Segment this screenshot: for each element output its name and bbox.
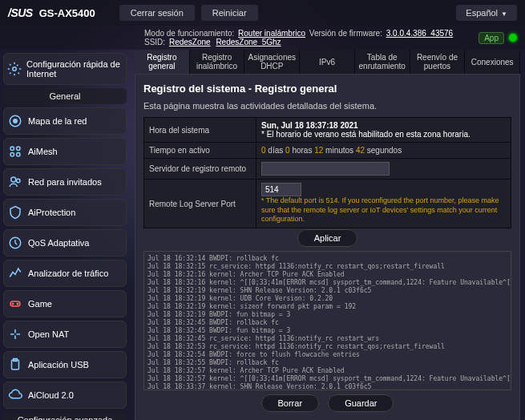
page-description: Esta página muestra las actividades deta… (143, 101, 511, 111)
sidebar-icon (7, 357, 23, 373)
sidebar-item[interactable]: Mapa de la red (3, 107, 127, 135)
svg-point-4 (17, 147, 21, 151)
main-content: Registro generalRegistro inalámbricoAsig… (130, 50, 525, 420)
sidebar-item[interactable]: Open NAT (3, 321, 127, 348)
save-button[interactable]: Guardar (328, 394, 394, 412)
sidebar-icon (7, 265, 23, 281)
sidebar-item-label: Open NAT (28, 329, 69, 339)
sidebar-item-label: AiMesh (28, 147, 58, 156)
chevron-down-icon: ▼ (501, 10, 507, 18)
sidebar-icon (7, 296, 23, 312)
tab[interactable]: Reenvío de puertos (410, 50, 466, 74)
remote-server-label: Servidor de registro remoto (144, 159, 256, 180)
systime-note: * El horario de verano está habilitado e… (261, 130, 470, 139)
sidebar-icon (7, 174, 23, 190)
sidebar-item-label: QoS Adaptativa (28, 238, 89, 248)
gear-icon (7, 61, 22, 77)
sidebar-icon (7, 204, 23, 220)
uptime-value: 0 días 0 horas 12 minutos 42 segundos (256, 143, 511, 159)
svg-point-7 (11, 177, 16, 182)
sidebar-item[interactable]: QoS Adaptativa (3, 229, 127, 256)
apply-button[interactable]: Aplicar (297, 229, 358, 247)
sidebar-item[interactable]: Game (3, 290, 127, 317)
sidebar-item-label: Analizador de tráfico (28, 269, 108, 278)
sidebar-icon (7, 387, 23, 403)
tab[interactable]: Registro inalámbrico (190, 50, 245, 74)
top-bar: /SUS GS-AX5400 Cerrar sesión Reiniciar E… (0, 0, 525, 26)
systime-label: Hora del sistema (144, 118, 256, 143)
remote-port-input[interactable] (261, 183, 301, 196)
sub-header: Modo de funcionamiento: Router inalámbri… (0, 26, 525, 50)
sidebar-item[interactable]: Analizador de tráfico (3, 260, 127, 287)
tab[interactable]: Asignaciones DHCP (244, 50, 300, 74)
firmware-link[interactable]: 3.0.0.4.386_43576 (386, 29, 453, 38)
logout-button[interactable]: Cerrar sesión (119, 5, 195, 21)
sidebar-item-label: Mapa de la red (28, 116, 87, 126)
sidebar-group-advanced: Configuración avanzada (3, 412, 127, 420)
remote-server-input[interactable] (261, 162, 390, 176)
svg-point-6 (17, 153, 21, 157)
op-mode-link[interactable]: Router inalámbrico (238, 29, 305, 38)
sidebar-item-label: Game (28, 299, 52, 309)
sidebar-icon (7, 113, 23, 129)
sidebar-item[interactable]: AiCloud 2.0 (3, 382, 127, 409)
ssid2-link[interactable]: RedesZone_5Ghz (216, 38, 281, 46)
sidebar-item[interactable]: Red para invitados (3, 168, 127, 196)
svg-point-3 (10, 147, 14, 151)
tab-bar: Registro generalRegistro inalámbricoAsig… (135, 50, 520, 74)
page-title: Registro del sistema - Registro general (143, 83, 511, 95)
settings-table: Hora del sistema Sun, Jul 18 18:37:18 20… (143, 117, 511, 228)
sidebar-icon (7, 143, 23, 160)
svg-point-12 (17, 303, 18, 305)
port-note: * The default port is 514. If you reconf… (261, 196, 506, 224)
sidebar-item-label: AiCloud 2.0 (28, 390, 74, 400)
status-led-icon (509, 34, 517, 42)
app-badge[interactable]: App (479, 32, 504, 44)
sidebar-icon (7, 326, 23, 342)
sidebar-icon (7, 235, 23, 251)
svg-point-8 (17, 179, 21, 183)
sidebar-item-label: Configuración rápida de Internet (26, 59, 123, 79)
sidebar-item[interactable]: AiProtection (3, 199, 127, 226)
tab[interactable]: Registro general (135, 50, 190, 74)
language-selector[interactable]: Español▼ (456, 5, 517, 21)
tab[interactable]: Tabla de enrutamiento (355, 50, 410, 74)
quick-setup-button[interactable]: Configuración rápida de Internet (3, 53, 127, 85)
sidebar-group-general: General (3, 88, 127, 104)
sidebar-item-label: AiProtection (28, 208, 75, 217)
brand-logo: /SUS (8, 6, 33, 19)
svg-point-5 (10, 153, 14, 157)
sidebar-item-label: Aplicación USB (28, 360, 89, 370)
sidebar-item[interactable]: Aplicación USB (3, 351, 127, 378)
panel: Registro del sistema - Registro general … (135, 74, 520, 420)
sidebar-item[interactable]: AiMesh (3, 138, 127, 165)
model-name: GS-AX5400 (39, 7, 95, 19)
ssid1-link[interactable]: RedesZone (169, 38, 211, 46)
clear-button[interactable]: Borrar (261, 394, 320, 412)
remote-port-label: Remote Log Server Port (144, 180, 256, 228)
uptime-label: Tiempo en activo (144, 143, 256, 159)
tab[interactable]: Conexiones (465, 50, 520, 74)
tab[interactable]: IPv6 (300, 50, 355, 74)
svg-point-0 (13, 67, 17, 71)
reboot-button[interactable]: Reiniciar (201, 5, 258, 21)
sidebar: Configuración rápida de Internet General… (0, 50, 130, 420)
svg-point-2 (14, 119, 18, 123)
systime-value: Sun, Jul 18 18:37:18 2021 (261, 121, 358, 130)
sidebar-item-label: Red para invitados (28, 177, 102, 187)
svg-point-11 (12, 303, 14, 305)
log-textarea[interactable]: Jul 18 16:32:14 BWDPI: rollback fc Jul 1… (143, 251, 511, 390)
